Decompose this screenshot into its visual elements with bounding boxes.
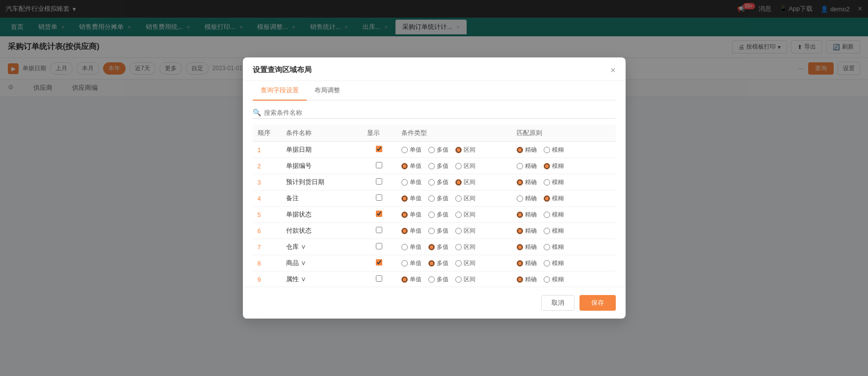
modal-overlay: 设置查询区域布局 × 查询字段设置 布局调整 🔍 [0,0,868,97]
modal-tabs: 查询字段设置 布局调整 [253,81,616,97]
modal-header: 设置查询区域布局 × [243,57,626,81]
modal-title: 设置查询区域布局 [253,65,312,75]
modal-tab-query-fields[interactable]: 查询字段设置 [253,81,307,97]
modal-body: 查询字段设置 布局调整 🔍 顺序 [243,81,626,97]
modal-close-button[interactable]: × [610,66,616,75]
modal-dialog: 设置查询区域布局 × 查询字段设置 布局调整 🔍 [243,57,626,97]
modal-tab-layout-adjust[interactable]: 布局调整 [307,81,348,97]
